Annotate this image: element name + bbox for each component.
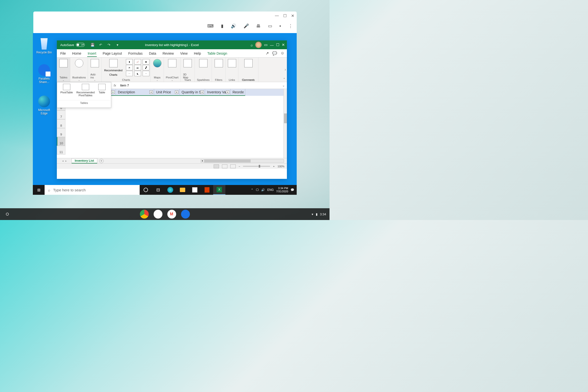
- area-chart-icon[interactable]: ◣: [134, 71, 141, 76]
- feedback-icon[interactable]: ▪: [280, 24, 281, 29]
- sheet-tab-inventory[interactable]: Inventory List: [72, 158, 97, 164]
- row-header-11[interactable]: 11: [57, 146, 66, 154]
- smiley-icon[interactable]: ☺: [280, 51, 284, 56]
- explorer-taskbar-icon[interactable]: [176, 185, 189, 195]
- parallels-share-icon[interactable]: Parallels Share...: [34, 64, 54, 84]
- col-header-unit-price[interactable]: Unit Price▾: [154, 89, 180, 96]
- page-layout-view-button[interactable]: [222, 164, 227, 168]
- formula-expand-icon[interactable]: ⌄: [280, 84, 287, 87]
- filter-dropdown-icon[interactable]: ▾: [175, 90, 178, 94]
- ribbon-links-button[interactable]: Links: [226, 58, 238, 82]
- launcher-button[interactable]: [2, 209, 12, 219]
- excel-titlebar[interactable]: AutoSave Off 💾 ↶ ↷ ▾ Inventory list with…: [57, 40, 287, 49]
- sheet-nav-next-icon[interactable]: ▸: [64, 160, 68, 162]
- tray-volume-icon[interactable]: 🔊: [261, 188, 265, 192]
- cortana-icon[interactable]: [140, 185, 152, 195]
- tray-clock[interactable]: 3:34 PM 7/31/2020: [276, 187, 288, 193]
- pivottable-option[interactable]: PivotTable: [58, 84, 75, 100]
- tab-home[interactable]: Home: [72, 50, 82, 57]
- scroll-thumb[interactable]: [284, 114, 287, 123]
- col-header-inventory-value[interactable]: Inventory Va▾: [205, 89, 230, 96]
- ribbon-scroll-right-icon[interactable]: ›: [285, 68, 286, 72]
- ribbon-sparklines-button[interactable]: Sparklines: [195, 58, 212, 82]
- edge-taskbar-icon[interactable]: [164, 185, 176, 195]
- office-taskbar-icon[interactable]: [201, 185, 213, 195]
- autosave-toggle[interactable]: Off: [76, 43, 85, 47]
- zoom-out-button[interactable]: −: [239, 165, 240, 168]
- recommended-charts-button[interactable]: Recommended Charts: [103, 59, 124, 77]
- zoom-slider[interactable]: [243, 166, 270, 166]
- ribbon-tables-button[interactable]: Tables ⌄: [57, 58, 70, 82]
- tab-help[interactable]: Help: [194, 50, 202, 57]
- filter-dropdown-icon[interactable]: ▾: [111, 90, 115, 94]
- print-icon[interactable]: 🖶: [256, 24, 261, 29]
- ribbon-filters-button[interactable]: Filters: [212, 58, 226, 82]
- row-header-8[interactable]: 8: [57, 119, 66, 128]
- task-view-icon[interactable]: ⊟: [152, 185, 164, 195]
- shelf-clock[interactable]: 3:34: [320, 212, 326, 216]
- pie-chart-icon[interactable]: ◔: [126, 65, 133, 70]
- store-taskbar-icon[interactable]: [189, 185, 201, 195]
- chrome-app-icon[interactable]: [140, 210, 149, 218]
- excel-taskbar-icon[interactable]: X: [213, 185, 226, 195]
- tray-expand-icon[interactable]: ⌃: [251, 188, 253, 192]
- undo-icon[interactable]: ↶: [98, 42, 104, 48]
- parallels-app-icon[interactable]: [154, 210, 162, 218]
- share-icon[interactable]: ↗: [266, 51, 269, 56]
- scroll-left-icon[interactable]: ◂: [201, 160, 204, 162]
- mic-icon[interactable]: 🎤: [244, 23, 249, 29]
- taskbar-search[interactable]: ⌕ Type here to search: [44, 185, 140, 195]
- tray-language[interactable]: ENG: [267, 188, 274, 192]
- ribbon-illustrations-button[interactable]: Illustrations ⌄: [70, 58, 88, 82]
- collapse-ribbon-icon[interactable]: ⌃: [283, 78, 286, 81]
- tab-view[interactable]: View: [180, 50, 188, 57]
- excel-minimize-button[interactable]: —: [270, 43, 274, 47]
- vertical-scrollbar[interactable]: [284, 89, 287, 158]
- sheet-nav-prev-icon[interactable]: ◂: [61, 160, 64, 162]
- add-sheet-button[interactable]: +: [99, 159, 104, 163]
- combo-chart-icon[interactable]: ▞: [142, 65, 150, 70]
- ribbon-comment-button[interactable]: Comment Comments: [238, 58, 258, 82]
- chrome-maximize-button[interactable]: ☐: [283, 14, 287, 18]
- normal-view-button[interactable]: [214, 164, 219, 168]
- row-header-9[interactable]: 9: [57, 128, 66, 137]
- recycle-bin-icon[interactable]: Recycle Bin: [34, 38, 54, 54]
- folder-icon[interactable]: ▭: [268, 23, 272, 29]
- bar-chart-icon[interactable]: ▬: [134, 65, 141, 70]
- files-app-icon[interactable]: [181, 210, 190, 218]
- filter-dropdown-icon[interactable]: ▾: [200, 90, 204, 94]
- tab-file[interactable]: File: [60, 50, 66, 57]
- tab-page-layout[interactable]: Page Layout: [102, 50, 122, 57]
- keyboard-icon[interactable]: ⌨: [207, 23, 214, 29]
- page-break-view-button[interactable]: [230, 164, 236, 168]
- chrome-close-button[interactable]: ✕: [291, 14, 294, 18]
- excel-maximize-button[interactable]: ☐: [276, 43, 279, 47]
- tab-insert[interactable]: Insert: [87, 50, 97, 57]
- redo-icon[interactable]: ↷: [106, 42, 112, 48]
- scatter-icon[interactable]: ⋯: [126, 71, 133, 76]
- chart-gallery[interactable]: ▮📈▦ ◔▬▞ ⋯◣⋯: [126, 59, 150, 76]
- user-avatar[interactable]: [255, 42, 262, 48]
- col-header-quantity[interactable]: Quantity in S▾: [180, 89, 205, 96]
- action-center-icon[interactable]: 💬: [290, 188, 294, 192]
- scroll-thumb[interactable]: [204, 160, 251, 162]
- wifi-icon[interactable]: ▾: [312, 212, 313, 216]
- battery-icon[interactable]: ▮: [316, 212, 318, 216]
- row-header-10[interactable]: 10: [57, 137, 66, 146]
- filter-dropdown-icon[interactable]: ▾: [150, 90, 153, 94]
- tray-display-icon[interactable]: 🖵: [256, 188, 259, 192]
- col-header-description[interactable]: Description▾: [116, 89, 154, 96]
- tab-review[interactable]: Review: [162, 50, 174, 57]
- ribbon-maps-button[interactable]: Maps ⌄: [151, 58, 164, 82]
- fx-icon[interactable]: fx: [111, 84, 118, 87]
- more-icon[interactable]: ⋮: [288, 23, 293, 29]
- ribbon-3dmap-button[interactable]: 3D Map ⌄ Tours: [180, 58, 195, 82]
- formula-input[interactable]: Item 7: [118, 84, 280, 87]
- filter-dropdown-icon[interactable]: ▾: [226, 90, 229, 94]
- ribbon-pivotchart-button[interactable]: PivotChart ⌄: [164, 58, 180, 82]
- ribbon-display-icon[interactable]: ▭: [264, 43, 268, 47]
- start-button[interactable]: ⊞: [33, 185, 44, 195]
- tab-formulas[interactable]: Formulas: [128, 50, 143, 57]
- tab-table-design[interactable]: Table Design: [207, 50, 228, 57]
- chrome-minimize-button[interactable]: —: [275, 14, 279, 18]
